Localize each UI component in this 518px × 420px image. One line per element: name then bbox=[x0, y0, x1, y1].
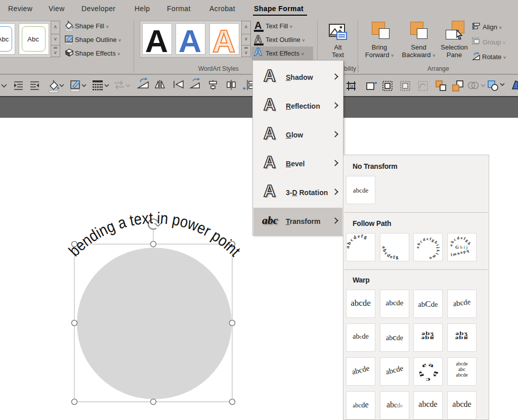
svg-text:a b c p e: a b c p e bbox=[416, 361, 440, 383]
svg-text:A: A bbox=[254, 20, 262, 31]
svg-text:a b c d e f g: a b c d e f g bbox=[347, 234, 368, 249]
svg-text:a b c d e f g: a b c d e f g bbox=[381, 246, 399, 260]
svg-text:a b c d e f g h i j k l m n: a b c d e f g h i j k l m n bbox=[415, 237, 441, 261]
svg-text:A: A bbox=[254, 45, 262, 58]
svg-text:A: A bbox=[254, 33, 262, 44]
